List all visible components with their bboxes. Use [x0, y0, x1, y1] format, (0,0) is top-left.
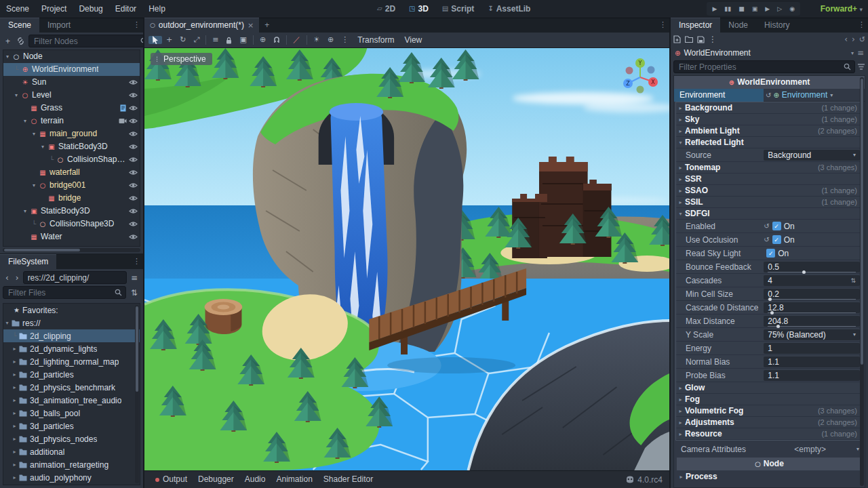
category-ssao[interactable]: ▸ SSAO (1 change)	[676, 185, 863, 197]
category-glow[interactable]: ▸ Glow	[676, 382, 863, 394]
property-value[interactable]: <empty>	[764, 445, 856, 454]
scene-node-collisionshape3d[interactable]: └ ○ CollisionShape3D	[3, 218, 140, 230]
inspector-vscrollbar[interactable]	[860, 77, 864, 486]
filter-nodes-field[interactable]	[28, 35, 152, 47]
scene-node-node[interactable]: ▾ ○ Node	[3, 50, 140, 63]
add-node-button[interactable]: +	[3, 37, 13, 46]
environment-preview-icon[interactable]: ⊕	[324, 33, 337, 47]
favorites-header[interactable]: ★ Favorites:	[3, 304, 140, 317]
lock-tool-button[interactable]	[222, 37, 235, 44]
tab-scene[interactable]: Scene	[0, 18, 39, 33]
scene-node-water[interactable]: ▦ Water	[3, 230, 140, 243]
visibility-toggle[interactable]	[127, 169, 138, 176]
property-max-distance[interactable]: Max Distance 204.8	[676, 314, 863, 328]
tab-inspector[interactable]: Inspector	[671, 18, 720, 33]
category-process[interactable]: ▸ Process	[677, 470, 862, 483]
editor-mode-3d[interactable]: ◳3D	[403, 0, 434, 18]
visibility-toggle[interactable]	[127, 195, 138, 202]
folder-audio-polyphony[interactable]: ▸ audio_polyphony	[3, 471, 140, 484]
new-resource-icon[interactable]	[673, 35, 681, 43]
edit-next-object-icon[interactable]: ›	[852, 35, 855, 44]
dropdown-field[interactable]: 75% (Balanced) ▾	[764, 329, 860, 340]
scene-tree-hscrollbar[interactable]	[3, 248, 140, 252]
property-camera-attributes[interactable]: Camera Attributes <empty> ▾	[677, 442, 862, 456]
property-probe-bias[interactable]: Probe Bias 1.1	[676, 369, 863, 382]
play-scene-button[interactable]: ▶	[762, 2, 772, 16]
movie-mode-button[interactable]: ◉	[787, 2, 797, 16]
visibility-toggle[interactable]	[127, 156, 138, 163]
category-ssil[interactable]: ▸ SSIL (1 change)	[676, 197, 863, 208]
folder-2d-clipping[interactable]: └ 2d_clipping	[3, 329, 140, 342]
tab-node[interactable]: Node	[720, 18, 756, 33]
folder-3d-particles[interactable]: ▸ 3d_particles	[3, 420, 140, 432]
filter-files-field[interactable]	[3, 286, 126, 299]
number-field[interactable]: 12.8	[764, 302, 860, 313]
folder-animation-retargeting[interactable]: ▸ animation_retargeting	[3, 458, 140, 471]
move-tool-icon[interactable]: +	[163, 33, 176, 47]
camera-badge-icon[interactable]	[118, 118, 127, 124]
ruler-icon[interactable]: ／	[290, 33, 304, 47]
folder-res-[interactable]: ▾ res://	[3, 317, 140, 329]
filesystem-vscrollbar[interactable]	[135, 305, 139, 483]
property-y-scale[interactable]: Y Scale 75% (Balanced) ▾	[676, 328, 863, 342]
folder-3d-balls-pool[interactable]: ▸ 3d_balls_pool	[3, 407, 140, 420]
history-back-icon[interactable]: ‹	[3, 273, 12, 283]
property-cascade-0-distance[interactable]: Cascade 0 Distance 12.8	[676, 301, 863, 314]
editor-mode-2d[interactable]: ▱2D	[372, 0, 401, 18]
bottom-panel-output[interactable]: Output	[150, 471, 193, 488]
chevron-down-icon[interactable]: ▾	[830, 92, 833, 98]
bottom-panel-audio[interactable]: Audio	[239, 471, 271, 488]
visibility-toggle[interactable]	[127, 104, 138, 112]
object-options-icon[interactable]: ≡	[857, 48, 864, 58]
visibility-toggle[interactable]	[127, 79, 138, 86]
3d-viewport[interactable]: ⋮ Perspective Y X Z	[144, 48, 669, 470]
rotate-tool-icon[interactable]: ↻	[176, 33, 189, 47]
checkbox-checked[interactable]: ✓	[772, 222, 781, 230]
editor-mode-script[interactable]: ▤Script	[437, 0, 479, 18]
bottom-panel-shader-editor[interactable]: Shader Editor	[318, 471, 378, 488]
magnet-tool-button[interactable]	[270, 37, 283, 43]
tab-history[interactable]: History	[756, 18, 797, 33]
instance-scene-button[interactable]	[14, 37, 27, 45]
checkbox-checked[interactable]: ✓	[772, 235, 781, 244]
history-forward-icon[interactable]: ›	[13, 273, 22, 283]
property-bounce-feedback[interactable]: Bounce Feedback 0.5	[676, 260, 863, 274]
category-reflected-light[interactable]: ▾ Reflected Light	[676, 137, 863, 148]
folder-2d-particles[interactable]: ▸ 2d_particles	[3, 368, 140, 381]
play-button[interactable]: ▶	[709, 2, 719, 16]
inspector-menu-dots[interactable]: ⋮	[858, 20, 865, 29]
category-resource[interactable]: ▸ Resource (1 change)	[676, 428, 863, 440]
category-tonemap[interactable]: ▸ Tonemap (3 changes)	[676, 162, 863, 174]
property-enabled[interactable]: Enabled ↺ ✓ On	[676, 220, 863, 233]
scene-node-level[interactable]: ▾ ○ Level	[3, 89, 140, 102]
category-adjustments[interactable]: ▸ Adjustments (2 changes)	[676, 417, 863, 428]
section-header-worldenvironment[interactable]: ⊕WorldEnvironment	[674, 76, 865, 89]
property-min-cell-size[interactable]: Min Cell Size 0.2	[676, 287, 863, 301]
view-axes-gizmo[interactable]: Y X Z	[620, 56, 660, 96]
3d-viewport-scene[interactable]	[144, 48, 669, 470]
number-field[interactable]: 0.5	[764, 262, 860, 272]
category-ssr[interactable]: ▸ SSR	[676, 174, 863, 185]
menu-dots-icon[interactable]: ⋮	[338, 33, 352, 47]
visibility-toggle[interactable]	[127, 246, 138, 247]
section-header-node[interactable]: ○Node	[677, 458, 862, 470]
category-background[interactable]: ▸ Background (1 change)	[676, 102, 863, 114]
select-tool-button[interactable]	[149, 36, 162, 44]
visibility-toggle[interactable]	[127, 233, 138, 241]
bottom-panel-animation[interactable]: Animation	[271, 471, 317, 488]
checkbox-checked[interactable]: ✓	[766, 249, 775, 258]
scene-node-worldenvironment[interactable]: └ ⊕ WorldEnvironment	[3, 63, 140, 76]
scene-node-bridge[interactable]: ▦ bridge	[3, 192, 140, 205]
property-energy[interactable]: Energy 1	[676, 342, 863, 355]
scene-node-bridge001[interactable]: ▾ ○ bridge001	[3, 179, 140, 192]
filter-properties-input[interactable]	[677, 62, 844, 73]
category-sdfgi[interactable]: ▾ SDFGI	[676, 208, 863, 220]
category-ambient-light[interactable]: ▸ Ambient Light (2 changes)	[676, 125, 863, 137]
property-sort-icon[interactable]	[857, 63, 865, 70]
group-icon[interactable]: ▣	[236, 33, 250, 47]
new-scene-tab-button[interactable]: +	[259, 18, 275, 33]
folder-2d-physics-benchmark[interactable]: ▸ 2d_physics_benchmark	[3, 381, 140, 394]
play-remote-button[interactable]: ▣	[749, 2, 761, 16]
list-select-icon[interactable]: ≡	[209, 33, 222, 47]
spin-updown-icon[interactable]: ⇅	[850, 275, 856, 286]
